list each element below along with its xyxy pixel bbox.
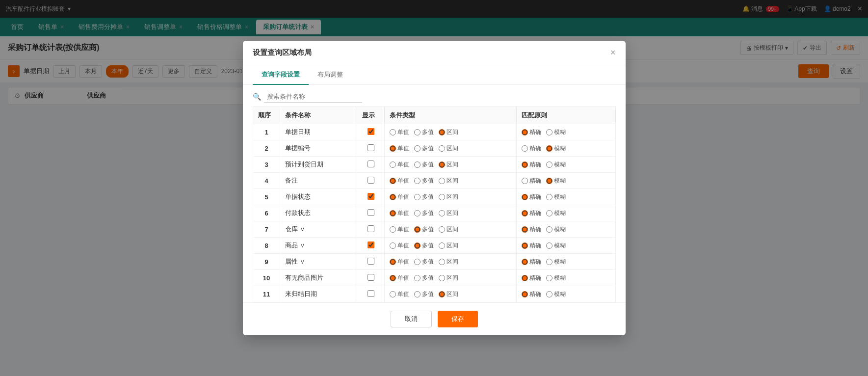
dialog-table: 顺序 条件名称 显示 条件类型 匹配原则 1单据日期单值多值区间精确模糊2单据编… [243,107,626,109]
dialog-header: 设置查询区域布局 × [243,41,626,65]
tab-layout-adjust[interactable]: 布局调整 [309,65,352,85]
dialog-tabs: 查询字段设置 布局调整 [243,65,626,85]
dialog-search-area: 🔍 [243,85,626,107]
tab-query-fields[interactable]: 查询字段设置 [253,65,309,85]
col-header-show: 显示 [357,107,385,109]
dialog-close-button[interactable]: × [610,48,616,58]
dialog-title: 设置查询区域布局 [253,48,312,57]
col-header-name: 条件名称 [280,107,357,109]
settings-dialog: 设置查询区域布局 × 查询字段设置 布局调整 🔍 顺序 条件名称 显示 条件类型 [243,41,626,109]
col-header-order: 顺序 [253,107,280,109]
search-icon: 🔍 [253,93,261,101]
search-input[interactable] [264,91,362,103]
col-header-type: 条件类型 [385,107,517,109]
dialog-overlay: 设置查询区域布局 × 查询字段设置 布局调整 🔍 顺序 条件名称 显示 条件类型 [0,0,868,109]
col-header-match: 匹配原则 [516,107,615,109]
